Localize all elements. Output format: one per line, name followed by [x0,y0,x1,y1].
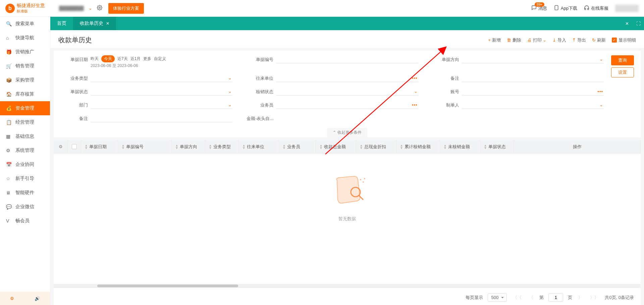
sidebar-item-operation[interactable]: 📋经营管理 [0,115,50,129]
date-yesterday[interactable]: 昨天 [91,56,99,62]
messages-link[interactable]: 99+ 消息 [531,5,547,11]
sidebar-item-purchase[interactable]: 📦采购管理 [0,73,50,87]
org-selector[interactable]: ████████ [59,6,84,11]
tab-receipt-history[interactable]: 收款单历史 ✕ [73,17,116,30]
col-bill-date[interactable]: ▲▼单据日期 [81,140,118,153]
import-icon: ⤓ [552,38,556,43]
sort-icon: ▲▼ [85,144,88,149]
collapse-filters[interactable]: ⌃ 收起更多条件 [327,128,367,137]
sidebar-item-inventory[interactable]: 🏠库存核算 [0,87,50,101]
date-7d[interactable]: 近7天 [117,56,128,62]
picker-clerk[interactable]: ••• [276,101,418,109]
select-bill-status[interactable]: ⌄ [91,87,232,96]
select-direction[interactable]: ⌄ [462,55,604,63]
page-first-icon[interactable]: 〈〈 [512,295,523,301]
box-icon: 📦 [6,77,12,83]
date-today[interactable]: 今天 [101,55,115,62]
input-bill-no[interactable] [276,55,418,63]
sort-icon: ▲▼ [443,144,447,149]
print-button[interactable]: 🖨打印⌄ [527,37,546,43]
wechat-icon: 💬 [6,204,12,209]
tab-home[interactable]: 首页 [50,17,73,30]
footer-settings-icon[interactable]: ⚙ [10,296,14,301]
page-label-pre: 第 [539,295,544,301]
label-biz-type: 业务类型 [60,74,91,81]
select-verify-status[interactable]: ⌄ [276,87,418,96]
empty-state: 暂无数据 [54,154,641,229]
import-button[interactable]: ⤓导入 [552,37,566,43]
date-1m[interactable]: 近1月 [130,56,141,62]
close-icon[interactable]: ✕ [106,21,109,26]
col-actions: 操作 [514,140,641,153]
search-button[interactable]: 查询 [611,55,634,65]
sidebar-item-basicinfo[interactable]: ▦基础信息 [0,129,50,143]
page-last-icon[interactable]: 〉〉 [589,295,600,301]
col-bill-status[interactable]: ▲▼单据状态 [480,140,514,153]
sidebar-item-finance[interactable]: 💰资金管理 [0,101,50,115]
input-remark2[interactable] [91,114,232,122]
picker-account[interactable]: ••• [462,87,604,96]
col-partner[interactable]: ▲▼往来单位 [239,140,279,153]
sidebar-item-system[interactable]: ⚙系统管理 [0,143,50,158]
col-direction[interactable]: ▲▼单据方向 [172,140,205,153]
experience-button[interactable]: 体验行业方案 [108,3,144,14]
page-prev-icon[interactable]: 〈 [528,295,535,301]
col-verified-amount[interactable]: ▲▼累计核销金额 [396,140,440,153]
sidebar-item-quicknav[interactable]: ⌂快捷导航 [0,31,50,45]
sidebar-item-vip[interactable]: V畅会员 [0,214,50,228]
select-biz-type[interactable]: ⌄ [91,74,232,82]
sidebar-item-guide[interactable]: ☆新手引导 [0,172,50,186]
label-dept: 部门 [60,101,91,108]
table-settings-icon[interactable]: ⚙ [54,140,68,153]
date-more[interactable]: 更多 [143,56,151,62]
app-download-link[interactable]: App下载 [554,5,577,11]
col-unverified-amount[interactable]: ▲▼未核销金额 [440,140,480,153]
fullscreen-icon[interactable]: ⛶ [633,17,644,30]
tab-close-all-icon[interactable]: ✕ [621,17,633,30]
sidebar-item-sales[interactable]: 🛒销售管理 [0,59,50,73]
filter-settings-button[interactable]: 设置 [611,67,634,77]
label-partner: 往来单位 [246,74,276,81]
online-service-link[interactable]: 在线客服 [584,5,608,11]
horizontal-scrollbar[interactable] [54,284,641,288]
select-all-checkbox[interactable] [68,140,81,153]
date-quick-picker: 昨天 今天 近7天 近1月 更多 自定义 [91,55,232,62]
page-label-post: 页 [568,295,572,301]
col-total-amount[interactable]: ▲▼收款总金额 [316,140,356,153]
col-biz-type[interactable]: ▲▼业务类型 [205,140,239,153]
user-avatar[interactable] [615,5,639,12]
refresh-button[interactable]: ↻刷新 [592,37,606,43]
data-table: ⚙ ▲▼单据日期 ▲▼单据编号 ▲▼单据方向 ▲▼业务类型 ▲▼往来单位 ▲▼业… [54,140,641,305]
messages-badge: 99+ [535,2,544,7]
show-detail-toggle[interactable]: ✓显示明细 [612,37,636,43]
col-clerk[interactable]: ▲▼业务员 [279,140,316,153]
add-button[interactable]: +新增 [488,37,501,43]
export-icon: ⤒ [572,38,576,43]
select-creator[interactable]: ⌄ [462,101,604,109]
message-icon: 99+ [531,5,537,11]
sidebar-item-marketing[interactable]: 🎁营销推广 [0,45,50,59]
hardware-icon: 🖥 [6,190,12,195]
col-bill-no[interactable]: ▲▼单据编号 [118,140,172,153]
sidebar-item-hardware[interactable]: 🖥智能硬件 [0,186,50,200]
sidebar-item-wechat[interactable]: 💬企业微信 [0,200,50,214]
export-button[interactable]: ⤒导出 [572,37,586,43]
date-custom[interactable]: 自定义 [154,56,166,62]
label-verify-status: 核销状态 [246,87,276,95]
sidebar-item-collab[interactable]: 📅企业协同 [0,158,50,172]
picker-partner[interactable]: ••• [276,74,418,82]
page-title: 收款单历史 [58,36,92,45]
per-page-select[interactable]: 500 [488,293,507,302]
col-discount[interactable]: ▲▼总现金折扣 [356,140,396,153]
input-remark[interactable] [462,74,604,82]
footer-sound-icon[interactable]: 🔊 [35,296,40,301]
select-dept[interactable]: ⌄ [91,101,232,109]
label-remark2: 备注 [60,114,91,122]
org-dropdown-icon[interactable]: ⌄ [89,6,92,11]
delete-button[interactable]: 🗑删除 [507,37,521,43]
sidebar-item-search[interactable]: 🔍搜索菜单 [0,17,50,31]
page-next-icon[interactable]: 〉 [577,295,584,301]
page-summary: 共0页, 0条记录 [605,295,634,301]
page-input[interactable] [548,293,563,302]
settings-icon[interactable] [97,5,102,11]
